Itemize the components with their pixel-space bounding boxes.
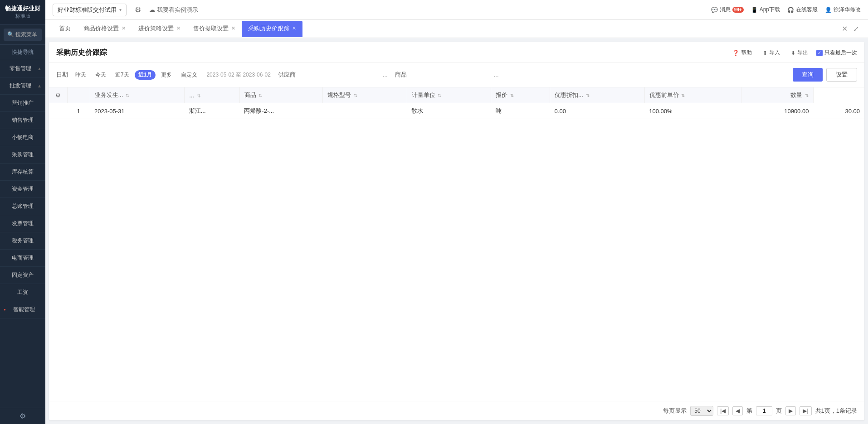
sidebar-item-retail[interactable]: 零售管理 ▲ xyxy=(0,60,45,77)
sidebar-item-retail-label: 零售管理 xyxy=(4,65,37,72)
col-header-unit[interactable]: 计量单位 ⇅ xyxy=(407,87,491,103)
sidebar-item-purchase[interactable]: 采购管理 xyxy=(0,146,45,164)
date-btn-today[interactable]: 今天 xyxy=(92,70,110,80)
sidebar-item-sales[interactable]: 销售管理 xyxy=(0,112,45,129)
product-filter-group: 商品 ... xyxy=(395,70,499,79)
page-last-button[interactable]: ▶| xyxy=(800,406,811,415)
user-profile-button[interactable]: 👤 徐泽华修改 xyxy=(825,6,861,14)
product-input[interactable] xyxy=(410,70,491,79)
main-area: 好业财标准版交付试用 ▾ ⚙ ☁ 我要看实例演示 💬 消息 99+ 📱 App下… xyxy=(45,0,868,424)
tab-sale-price[interactable]: 售价提取设置 ✕ xyxy=(187,21,242,37)
import-label: 导入 xyxy=(769,49,780,57)
sidebar-item-payroll[interactable]: 工资 xyxy=(0,284,45,301)
tab-price[interactable]: 商品价格设置 ✕ xyxy=(77,21,132,37)
tab-purchase-strategy-label: 进价策略设置 xyxy=(138,24,174,33)
sort-icon: ⇅ xyxy=(354,93,357,98)
filter-area: 日期 昨天 今天 近7天 近1月 更多 自定义 2023-05-02 至 202… xyxy=(49,63,864,87)
sidebar: 畅捷通好业财 标准版 🔍 搜索菜单 快捷导航 零售管理 ▲ 批发管理 ▲ 营销推… xyxy=(0,0,45,424)
page-header: 采购历史价跟踪 ❓ 帮助 ⬆ 导入 ⬇ 导出 ✓ 只看最后一次 xyxy=(49,42,864,63)
product-ellipsis[interactable]: ... xyxy=(494,72,499,78)
only-last-checkbox[interactable]: ✓ 只看最后一次 xyxy=(816,49,857,57)
date-buttons: 昨天 今天 近7天 近1月 更多 自定义 xyxy=(72,70,201,80)
sidebar-bottom: ⚙ xyxy=(0,408,45,424)
tab-purchase-history[interactable]: 采购历史价跟踪 ✕ xyxy=(242,21,302,37)
sidebar-item-marketing[interactable]: 营销推广 xyxy=(0,95,45,112)
col-header-pre-discount[interactable]: 优惠前单价 ⇅ xyxy=(644,87,741,103)
sidebar-item-wholesale[interactable]: 批发管理 ▲ xyxy=(0,77,45,95)
close-icon[interactable]: ✕ xyxy=(176,25,180,31)
date-btn-custom[interactable]: 自定义 xyxy=(177,70,201,80)
help-icon: ❓ xyxy=(732,50,739,56)
sidebar-item-assets[interactable]: 固定资产 xyxy=(0,267,45,284)
product-filter-label: 商品 xyxy=(395,71,407,79)
close-panel-button[interactable]: ✕ xyxy=(840,24,849,34)
app-download-button[interactable]: 📱 App下载 xyxy=(751,6,780,14)
close-icon[interactable]: ✕ xyxy=(231,25,235,31)
maximize-panel-button[interactable]: ⤢ xyxy=(851,24,861,34)
col-header-discount[interactable]: 优惠折扣... ⇅ xyxy=(550,87,645,103)
close-icon[interactable]: ✕ xyxy=(292,25,296,31)
message-button[interactable]: 💬 消息 99+ xyxy=(711,6,744,14)
close-icon[interactable]: ✕ xyxy=(122,25,126,31)
tab-home[interactable]: 首页 xyxy=(53,21,77,37)
sidebar-item-invoice[interactable]: 发票管理 xyxy=(0,215,45,232)
date-btn-more[interactable]: 更多 xyxy=(157,70,176,80)
page-content: 采购历史价跟踪 ❓ 帮助 ⬆ 导入 ⬇ 导出 ✓ 只看最后一次 xyxy=(49,42,864,420)
per-page-select[interactable]: 50 100 200 xyxy=(690,406,713,416)
row-settings[interactable] xyxy=(49,103,67,119)
version-selector[interactable]: 好业财标准版交付试用 ▾ xyxy=(53,4,127,16)
row-col3: 浙江... xyxy=(185,103,240,119)
sidebar-item-smart-label: 智能管理 xyxy=(7,306,42,313)
topbar-settings-button[interactable]: ⚙ xyxy=(131,4,145,16)
message-label: 消息 xyxy=(720,6,731,14)
sidebar-item-tax[interactable]: 税务管理 xyxy=(0,232,45,250)
help-button[interactable]: ❓ 帮助 xyxy=(730,47,755,58)
search-menu-button[interactable]: 🔍 搜索菜单 xyxy=(4,29,42,41)
page-prev-button[interactable]: ◀ xyxy=(732,406,743,415)
sidebar-item-finance[interactable]: 资金管理 xyxy=(0,181,45,198)
query-button[interactable]: 查询 xyxy=(793,68,823,82)
sort-icon: ⇅ xyxy=(126,93,129,98)
help-label: 帮助 xyxy=(741,49,752,57)
demo-link[interactable]: ☁ 我要看实例演示 xyxy=(149,6,198,14)
topbar: 好业财标准版交付试用 ▾ ⚙ ☁ 我要看实例演示 💬 消息 99+ 📱 App下… xyxy=(45,0,868,20)
sidebar-item-invoice-label: 发票管理 xyxy=(4,220,42,227)
chevron-up-icon: ▲ xyxy=(37,83,42,88)
sidebar-item-ecommerce-small[interactable]: 小畅电商 xyxy=(0,129,45,146)
col-header-quantity[interactable]: 数量 ⇅ xyxy=(741,87,814,103)
row-pre-discount-price: 10900.00 xyxy=(741,103,814,119)
supplier-input[interactable] xyxy=(298,70,380,79)
import-button[interactable]: ⬆ 导入 xyxy=(760,47,783,58)
online-service-button[interactable]: 🎧 在线客服 xyxy=(787,6,818,14)
quick-nav-label: 快捷导航 xyxy=(12,49,34,55)
export-button[interactable]: ⬇ 导出 xyxy=(788,47,811,58)
settings-button[interactable]: 设置 xyxy=(826,68,857,82)
sidebar-item-ecommerce[interactable]: 电商管理 xyxy=(0,250,45,267)
app-logo: 畅捷通好业财 标准版 xyxy=(0,0,45,25)
supplier-ellipsis[interactable]: ... xyxy=(383,72,388,78)
page-next-button[interactable]: ▶ xyxy=(785,406,796,415)
sidebar-item-smart[interactable]: 智能管理 xyxy=(0,301,45,318)
page-number-input[interactable] xyxy=(756,406,772,415)
col-header-date[interactable]: 业务发生... ⇅ xyxy=(90,87,185,103)
settings-icon[interactable]: ⚙ xyxy=(20,412,26,420)
tab-purchase-strategy[interactable]: 进价策略设置 ✕ xyxy=(132,21,187,37)
date-btn-7days[interactable]: 近7天 xyxy=(112,70,133,80)
sidebar-item-sales-label: 销售管理 xyxy=(4,116,42,124)
page-first-button[interactable]: |◀ xyxy=(717,406,729,415)
sidebar-item-accounting[interactable]: 总账管理 xyxy=(0,198,45,215)
sidebar-item-inventory[interactable]: 库存核算 xyxy=(0,164,45,181)
col-header-col3[interactable]: ... ⇅ xyxy=(185,87,240,103)
col-header-settings[interactable]: ⚙ xyxy=(49,87,67,103)
col-header-spec[interactable]: 规格型号 ⇅ xyxy=(323,87,407,103)
sidebar-item-inventory-label: 库存核算 xyxy=(4,168,42,176)
col-header-price[interactable]: 报价 ⇅ xyxy=(491,87,550,103)
supplier-filter-group: 供应商 ... xyxy=(278,70,388,79)
quick-nav-button[interactable]: 快捷导航 xyxy=(0,45,45,60)
app-download-label: App下载 xyxy=(760,6,780,14)
sidebar-item-wholesale-label: 批发管理 xyxy=(4,82,37,90)
col-header-product[interactable]: 商品 ⇅ xyxy=(239,87,323,103)
date-btn-yesterday[interactable]: 昨天 xyxy=(72,70,90,80)
date-btn-1month[interactable]: 近1月 xyxy=(135,70,156,80)
sidebar-item-accounting-label: 总账管理 xyxy=(4,202,42,210)
